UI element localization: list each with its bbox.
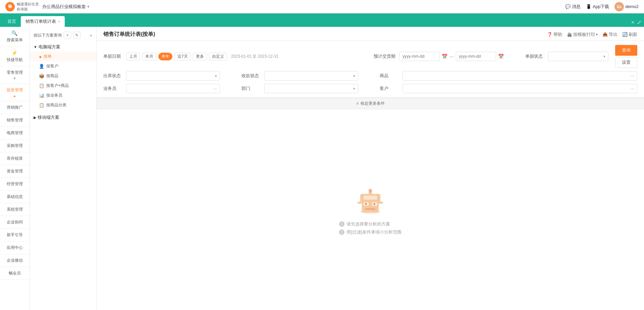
- this-year-btn[interactable]: 本年: [158, 53, 172, 60]
- print-dropdown-icon: ▾: [596, 33, 598, 36]
- tab-sales-stat[interactable]: 销售订单统计表 ×: [21, 16, 65, 27]
- app-download-button[interactable]: 📱 App下载: [586, 4, 609, 10]
- svg-point-5: [373, 203, 375, 205]
- tree-group-pc[interactable]: ▼ 电脑端方案: [30, 42, 96, 52]
- customer-label: 客户: [380, 86, 398, 92]
- refresh-button[interactable]: 🔄 刷新: [622, 32, 637, 38]
- sidebar-item-member-label: 畅会员: [9, 270, 21, 276]
- tree-item-by-goods[interactable]: 📦 按商品: [30, 71, 96, 81]
- tree-mobile-arrow: ▶: [34, 115, 36, 120]
- top-bar: 畅 畅捷通好生意 标准版 办公用品行业模拟账套 ▾ 💬 消息 📱 App下载 E…: [0, 0, 644, 13]
- calendar-end-icon[interactable]: 📅: [498, 54, 504, 59]
- user-menu[interactable]: Ea demo2: [614, 2, 639, 11]
- sidebar-item-purchase[interactable]: 采购管理: [0, 140, 29, 152]
- calendar-start-icon[interactable]: 📅: [442, 54, 447, 59]
- logo-area: 畅 畅捷通好生意 标准版: [5, 2, 39, 11]
- left-panel: 按以下方案查询 + ✎ « ▼ 电脑端方案 ● 按单: [30, 27, 97, 310]
- tab-close-icon[interactable]: ×: [58, 19, 60, 23]
- out-status-select[interactable]: ▾: [126, 71, 220, 81]
- logo-text: 畅捷通好生意 标准版: [17, 2, 39, 11]
- sidebar-item-quick-nav[interactable]: ⚡ 快捷导航: [0, 47, 29, 66]
- sidebar-item-sales-label: 销售管理: [7, 117, 23, 123]
- payment-status-select[interactable]: ▾: [264, 71, 358, 81]
- breadcrumb-dropdown-icon[interactable]: ▾: [87, 4, 90, 9]
- panel-add-button[interactable]: +: [64, 32, 71, 39]
- department-select[interactable]: ▾: [264, 84, 358, 93]
- sidebar-item-ecommerce[interactable]: 电商管理: [0, 127, 29, 140]
- by-salesperson-label: 按业务员: [46, 93, 62, 98]
- tree-item-by-salesperson[interactable]: 📊 按业务员: [30, 91, 96, 100]
- tree-group-mobile-label: 移动端方案: [38, 114, 59, 120]
- sidebar-item-inventory[interactable]: 库存核算: [0, 152, 29, 165]
- svg-rect-6: [365, 208, 375, 210]
- user-name: demo2: [625, 4, 639, 9]
- tree-expand-icon: ▼: [34, 45, 37, 49]
- by-customer-goods-label: 按客户+商品: [46, 83, 69, 89]
- more-btn[interactable]: 更多: [193, 53, 207, 60]
- tree-item-by-customer[interactable]: 👤 按客户: [30, 61, 96, 71]
- settings-button[interactable]: 设置: [615, 57, 637, 68]
- help-icon: ❓: [547, 32, 552, 37]
- sidebar-item-retail-label: 零售管理: [7, 70, 23, 75]
- tree-item-by-category[interactable]: 📋 按商品分类: [30, 100, 96, 110]
- window-close-button[interactable]: ×: [631, 19, 634, 25]
- by-customer-icon: 👤: [39, 64, 44, 69]
- sidebar-item-finance[interactable]: 资金管理: [0, 165, 29, 178]
- empty-tip-2: 2 用[过滤]条件来缩小分析范围: [339, 229, 401, 235]
- expected-delivery-end[interactable]: [456, 52, 496, 61]
- quick-nav-icon: ⚡: [11, 50, 18, 56]
- message-button[interactable]: 💬 消息: [565, 4, 581, 10]
- tip-2-text: 用[过滤]条件来缩小分析范围: [346, 229, 401, 235]
- sidebar-item-marketing[interactable]: 营销推广: [0, 101, 29, 114]
- tab-home[interactable]: 首页: [3, 16, 21, 27]
- sidebar-item-search[interactable]: 🔍 搜索菜单: [0, 27, 29, 47]
- sidebar-item-system[interactable]: 系统管理: [0, 203, 29, 216]
- collapse-bar[interactable]: ∧ 收起更多条件: [97, 98, 644, 109]
- panel-collapse-button[interactable]: «: [90, 33, 92, 38]
- expected-delivery-start[interactable]: [399, 52, 440, 61]
- salesperson-select[interactable]: ···: [126, 84, 220, 93]
- date-dash: —: [449, 54, 454, 59]
- by-customer-goods-icon: 📋: [39, 83, 44, 88]
- tab-bar-actions: × ⤢: [631, 19, 641, 27]
- sidebar-item-basic-info[interactable]: 基础信息: [0, 191, 29, 203]
- goods-ellipsis: ···: [630, 73, 634, 79]
- tree-item-by-order[interactable]: ● 按单: [30, 52, 96, 61]
- sidebar-item-member[interactable]: 畅会员: [0, 267, 29, 280]
- sidebar-item-system-label: 系统管理: [7, 207, 23, 212]
- svg-point-10: [369, 189, 372, 192]
- print-template-button[interactable]: 🖨️ 按模板打印 ▾: [567, 32, 598, 38]
- sidebar-item-operations-label: 经营管理: [7, 181, 23, 187]
- tab-sales-stat-label: 销售订单统计表: [25, 18, 56, 24]
- sidebar-item-retail[interactable]: 零售管理 ▼: [0, 66, 29, 84]
- breadcrumb: 办公用品行业模拟账套 ▾: [42, 4, 90, 10]
- customer-select[interactable]: ···: [402, 84, 637, 93]
- sidebar-item-purchase-label: 采购管理: [7, 143, 23, 149]
- window-maximize-button[interactable]: ⤢: [637, 19, 641, 25]
- last-month-btn[interactable]: 上月: [126, 53, 140, 60]
- sidebar-item-wechat[interactable]: 企业微信: [0, 254, 29, 267]
- help-button[interactable]: ❓ 帮助: [547, 32, 562, 38]
- salesperson-ellipsis: ···: [213, 86, 217, 91]
- sidebar-item-app-center[interactable]: 应用中心: [0, 242, 29, 254]
- sidebar-item-collab[interactable]: 企业协同: [0, 216, 29, 229]
- tree-group-mobile[interactable]: ▶ 移动端方案: [30, 113, 96, 122]
- tab-home-label: 首页: [7, 18, 16, 24]
- tip-2-num: 2: [339, 229, 344, 235]
- last-7-days-btn[interactable]: 近7天: [174, 53, 191, 60]
- sidebar-item-wholesale[interactable]: 批发管理 ▲: [0, 84, 29, 101]
- svg-rect-8: [364, 196, 377, 200]
- payment-status-arrow: ▾: [353, 74, 355, 78]
- query-button[interactable]: 查询: [615, 45, 637, 56]
- sidebar-item-sales[interactable]: 销售管理: [0, 114, 29, 127]
- bill-status-select[interactable]: ▾: [548, 52, 608, 61]
- this-month-btn[interactable]: 本月: [142, 53, 156, 60]
- export-button[interactable]: 📤 导出: [602, 32, 618, 38]
- custom-btn[interactable]: 自定义: [209, 53, 227, 60]
- sidebar-item-guide[interactable]: 新手引导: [0, 229, 29, 242]
- tree-item-by-customer-goods[interactable]: 📋 按客户+商品: [30, 81, 96, 91]
- goods-select[interactable]: ···: [402, 71, 637, 81]
- panel-edit-button[interactable]: ✎: [73, 32, 80, 39]
- left-panel-header: 按以下方案查询 + ✎ «: [30, 30, 96, 41]
- sidebar-item-operations[interactable]: 经营管理: [0, 178, 29, 191]
